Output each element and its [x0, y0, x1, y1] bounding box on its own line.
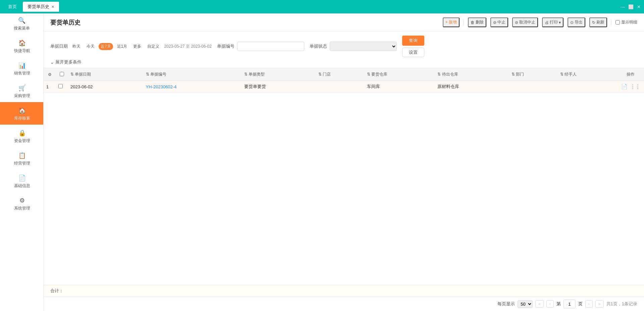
- export-button[interactable]: ⊙ 导出: [568, 17, 585, 27]
- filter-row: 单据日期 昨天 今天 近7天 近1月 更多 自定义 2023-05-27 至 2…: [50, 36, 637, 57]
- tab-close-icon[interactable]: ✕: [51, 5, 54, 9]
- select-all-checkbox[interactable]: [60, 72, 64, 76]
- cancel-stop-icon: ⊘: [515, 20, 518, 25]
- status-label: 单据状态: [310, 43, 327, 49]
- cart-icon: 🛒: [18, 84, 26, 92]
- sort-icon-5: ⇅: [367, 72, 370, 77]
- page-title: 要货单历史: [50, 18, 80, 27]
- docno-input[interactable]: [237, 42, 304, 51]
- date-opt-custom[interactable]: 自定义: [145, 43, 161, 50]
- minimize-icon[interactable]: —: [621, 4, 625, 9]
- date-range: 2023-05-27 至 2023-06-02: [164, 44, 211, 49]
- sort-icon-6: ⇅: [437, 72, 441, 77]
- filter-date-group: 单据日期 昨天 今天 近7天 近1月 更多 自定义 2023-05-27 至 2…: [50, 43, 212, 50]
- th-gear[interactable]: ⚙: [44, 68, 56, 81]
- row-req-warehouse: 车间库: [364, 81, 435, 93]
- refresh-icon: ↻: [592, 20, 595, 25]
- search-icon: 🔍: [18, 17, 25, 24]
- row-more-icon[interactable]: ⋮⋮: [630, 84, 640, 90]
- gear-icon: ⚙: [19, 197, 25, 204]
- status-select[interactable]: [330, 42, 397, 51]
- ops-icon: 📋: [18, 152, 26, 159]
- row-handler: [557, 81, 617, 93]
- sidebar: 🔍 搜索菜单 🏠 快捷导航 📊 销售管理 🛒 采购管理 🏠 库存核算 🔒 资金管…: [0, 13, 44, 311]
- sidebar-item-purchase[interactable]: 🛒 采购管理: [0, 80, 43, 102]
- settings-button[interactable]: 设置: [402, 48, 424, 57]
- sort-icon-8: ⇅: [560, 72, 564, 77]
- date-opt-more[interactable]: 更多: [131, 43, 143, 50]
- divider-2: [611, 20, 611, 25]
- doc-icon: 📄: [18, 174, 26, 182]
- row-doc-date: 2023-06-02: [68, 81, 143, 93]
- tab-history[interactable]: 要货单历史 ✕: [23, 2, 59, 12]
- table-row: 1 2023-06-02 YH-20230602-4 要货单要货 车间库 原材料…: [44, 81, 644, 93]
- close-icon[interactable]: ✕: [637, 4, 641, 9]
- per-page-label: 每页显示: [497, 301, 515, 307]
- th-doc-type[interactable]: ⇅ 单据类型: [241, 68, 316, 81]
- filter-docno-group: 单据编号: [217, 42, 304, 51]
- display-detail-checkbox[interactable]: [615, 20, 620, 25]
- th-store[interactable]: ⇅ 门店: [316, 68, 364, 81]
- sidebar-item-system[interactable]: ⚙ 系统管理: [0, 192, 43, 215]
- stop-button[interactable]: ⊘ 中止: [490, 17, 508, 27]
- expand-more[interactable]: ⌄ 展开更多条件: [50, 59, 637, 65]
- th-dept[interactable]: ⇅ 部门: [509, 68, 557, 81]
- row-checkbox[interactable]: [56, 81, 68, 93]
- page-label-post: 页: [578, 301, 583, 307]
- th-req-warehouse[interactable]: ⇅ 要货仓库: [364, 68, 435, 81]
- date-opt-1month[interactable]: 近1月: [115, 43, 129, 50]
- sidebar-item-inventory[interactable]: 🏠 库存核算: [0, 102, 43, 125]
- sidebar-item-basic[interactable]: 📄 基础信息: [0, 170, 43, 192]
- sidebar-search[interactable]: 🔍 搜索菜单: [0, 13, 43, 35]
- first-page-btn[interactable]: «: [535, 300, 544, 308]
- last-page-btn[interactable]: »: [595, 300, 604, 308]
- per-page-select[interactable]: 50: [518, 300, 533, 308]
- main-layout: 🔍 搜索菜单 🏠 快捷导航 📊 销售管理 🛒 采购管理 🏠 库存核算 🔒 资金管…: [0, 13, 644, 311]
- sidebar-item-finance[interactable]: 🔒 资金管理: [0, 125, 43, 147]
- th-doc-date[interactable]: ⇅ 单据日期: [68, 68, 143, 81]
- page-header: 要货单历史 + 新增 🗑 删除 ⊘ 中止 ⊘ 取消中止 🖨 打: [44, 13, 644, 32]
- filter-area: 单据日期 昨天 今天 近7天 近1月 更多 自定义 2023-05-27 至 2…: [44, 32, 644, 68]
- row-doc-type: 要货单要货: [241, 81, 316, 93]
- inventory-icon: 🏠: [18, 107, 26, 114]
- date-opt-yesterday[interactable]: 昨天: [70, 43, 83, 50]
- th-pending-warehouse[interactable]: ⇅ 待出仓库: [435, 68, 509, 81]
- new-button[interactable]: + 新增: [443, 17, 460, 27]
- delete-button[interactable]: 🗑 删除: [468, 17, 486, 27]
- docno-label: 单据编号: [217, 43, 234, 49]
- delete-icon: 🗑: [471, 20, 475, 25]
- top-bar: 首页 要货单历史 ✕ — ⬜ ✕: [0, 0, 644, 13]
- print-button[interactable]: 🖨 打印 ▾: [542, 17, 564, 27]
- sidebar-item-sales[interactable]: 📊 销售管理: [0, 57, 43, 80]
- date-opt-7days[interactable]: 近7天: [99, 43, 113, 50]
- page-label-pre: 第: [556, 301, 561, 307]
- sidebar-item-ops[interactable]: 📋 经营管理: [0, 147, 43, 170]
- display-detail-toggle[interactable]: 显示明细: [615, 19, 637, 25]
- cancel-stop-button[interactable]: ⊘ 取消中止: [512, 17, 538, 27]
- tab-home[interactable]: 首页: [3, 2, 21, 12]
- content-area: 要货单历史 + 新增 🗑 删除 ⊘ 中止 ⊘ 取消中止 🖨 打: [44, 13, 644, 311]
- date-label: 单据日期: [50, 43, 68, 49]
- maximize-icon[interactable]: ⬜: [628, 4, 634, 9]
- next-page-btn[interactable]: ›: [585, 300, 593, 308]
- refresh-button[interactable]: ↻ 刷新: [589, 17, 607, 27]
- page-input[interactable]: [564, 300, 576, 308]
- summary-label: 合计：: [50, 288, 63, 293]
- query-button[interactable]: 查询: [402, 36, 424, 46]
- row-edit-icon[interactable]: 📄: [621, 84, 628, 90]
- stop-icon: ⊘: [493, 20, 496, 25]
- row-ops: 📄 ⋮⋮: [617, 81, 644, 93]
- divider-1: [464, 20, 464, 25]
- th-handler[interactable]: ⇅ 经手人: [557, 68, 617, 81]
- total-info: 共1页，1条记录: [606, 301, 637, 307]
- th-checkbox[interactable]: [56, 68, 68, 81]
- sidebar-item-quick-nav[interactable]: 🏠 快捷导航: [0, 35, 43, 57]
- date-opt-today[interactable]: 今天: [85, 43, 97, 50]
- row-dept: [509, 81, 557, 93]
- th-ops: 操作: [617, 68, 644, 81]
- th-doc-no[interactable]: ⇅ 单据编号: [143, 68, 241, 81]
- sort-icon-2: ⇅: [146, 72, 149, 77]
- row-pending-warehouse: 原材料仓库: [435, 81, 509, 93]
- prev-page-btn[interactable]: ‹: [546, 300, 554, 308]
- row-doc-no[interactable]: YH-20230602-4: [143, 81, 241, 93]
